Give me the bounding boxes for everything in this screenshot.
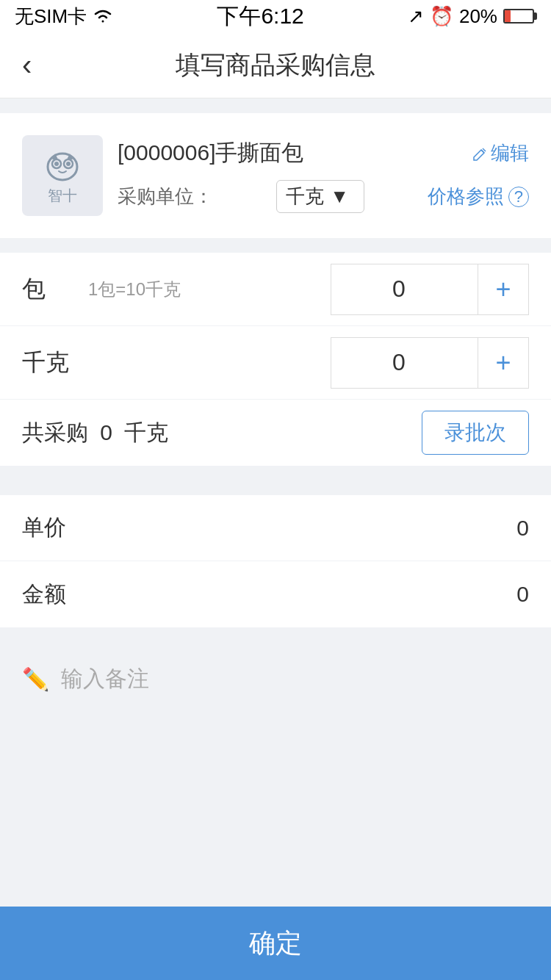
unit-select[interactable]: 千克 ▼ bbox=[276, 180, 364, 213]
section-divider-2 bbox=[0, 466, 551, 480]
dropdown-arrow: ▼ bbox=[330, 185, 349, 208]
status-bar-left: 无SIM卡 bbox=[15, 4, 113, 29]
quantity-section: 包 1包=10千克 + 千克 + bbox=[0, 253, 551, 400]
unit-label: 采购单位： bbox=[118, 184, 213, 209]
unit-price-value: 0 bbox=[516, 516, 529, 541]
kg-label: 千克 bbox=[22, 347, 81, 379]
price-ref-help-icon: ? bbox=[508, 187, 529, 207]
status-bar-time: 下午6:12 bbox=[217, 1, 303, 32]
carrier-label: 无SIM卡 bbox=[15, 4, 87, 29]
amount-label: 金额 bbox=[22, 580, 66, 610]
edit-icon bbox=[472, 145, 488, 162]
section-divider-1 bbox=[0, 238, 551, 253]
status-bar: 无SIM卡 下午6:12 ↗ ⏰ 20% bbox=[0, 0, 551, 32]
status-bar-right: ↗ ⏰ 20% bbox=[408, 5, 536, 28]
kg-plus-button[interactable]: + bbox=[478, 337, 529, 389]
product-name: [0000006]手撕面包 bbox=[118, 138, 303, 168]
product-thumb-text: 智十 bbox=[48, 186, 77, 206]
nav-bar: ‹ 填写商品采购信息 bbox=[0, 32, 551, 98]
product-info: [0000006]手撕面包 编辑 采购单位： 千克 ▼ bbox=[118, 138, 529, 213]
edit-label: 编辑 bbox=[491, 140, 529, 166]
amount-row: 金额 0 bbox=[0, 561, 551, 627]
product-thumbnail: 智十 bbox=[22, 135, 103, 216]
page-title: 填写商品采购信息 bbox=[176, 48, 375, 82]
remark-placeholder: 输入备注 bbox=[61, 664, 149, 694]
bag-input[interactable] bbox=[331, 264, 478, 315]
bag-sublabel: 1包=10千克 bbox=[88, 278, 181, 301]
unit-value: 千克 bbox=[286, 184, 324, 209]
battery-label: 20% bbox=[459, 5, 497, 28]
pencil-icon: ✏️ bbox=[22, 666, 49, 692]
amount-value: 0 bbox=[516, 582, 529, 607]
kg-input-wrap: + bbox=[331, 337, 529, 389]
summary-row: 共采购 0 千克 录批次 bbox=[0, 400, 551, 466]
confirm-button[interactable]: 确定 bbox=[0, 907, 551, 980]
owl-icon bbox=[40, 146, 84, 183]
location-icon: ↗ bbox=[408, 5, 424, 28]
bag-plus-button[interactable]: + bbox=[478, 264, 529, 315]
empty-space bbox=[0, 716, 551, 863]
unit-price-row: 单价 0 bbox=[0, 495, 551, 561]
remark-section[interactable]: ✏️ 输入备注 bbox=[0, 642, 551, 716]
wifi-icon bbox=[93, 8, 113, 24]
price-ref-label: 价格参照 bbox=[428, 184, 504, 209]
svg-point-4 bbox=[66, 162, 71, 166]
summary-text: 共采购 0 千克 bbox=[22, 418, 168, 448]
product-card: 智十 [0000006]手撕面包 编辑 采购单位： bbox=[0, 113, 551, 238]
price-ref-button[interactable]: 价格参照 ? bbox=[428, 184, 529, 209]
price-section: 单价 0 金额 0 bbox=[0, 495, 551, 627]
unit-price-label: 单价 bbox=[22, 513, 66, 543]
svg-point-3 bbox=[54, 162, 59, 166]
quantity-row-kg: 千克 + bbox=[0, 326, 551, 400]
back-button[interactable]: ‹ bbox=[22, 48, 32, 82]
alarm-icon: ⏰ bbox=[430, 5, 453, 28]
battery-icon bbox=[503, 9, 536, 24]
kg-input[interactable] bbox=[331, 337, 478, 389]
batch-button[interactable]: 录批次 bbox=[422, 411, 529, 455]
quantity-row-bag: 包 1包=10千克 + bbox=[0, 253, 551, 326]
bag-input-wrap: + bbox=[331, 264, 529, 315]
bag-label: 包 bbox=[22, 273, 81, 306]
edit-button[interactable]: 编辑 bbox=[472, 140, 529, 166]
